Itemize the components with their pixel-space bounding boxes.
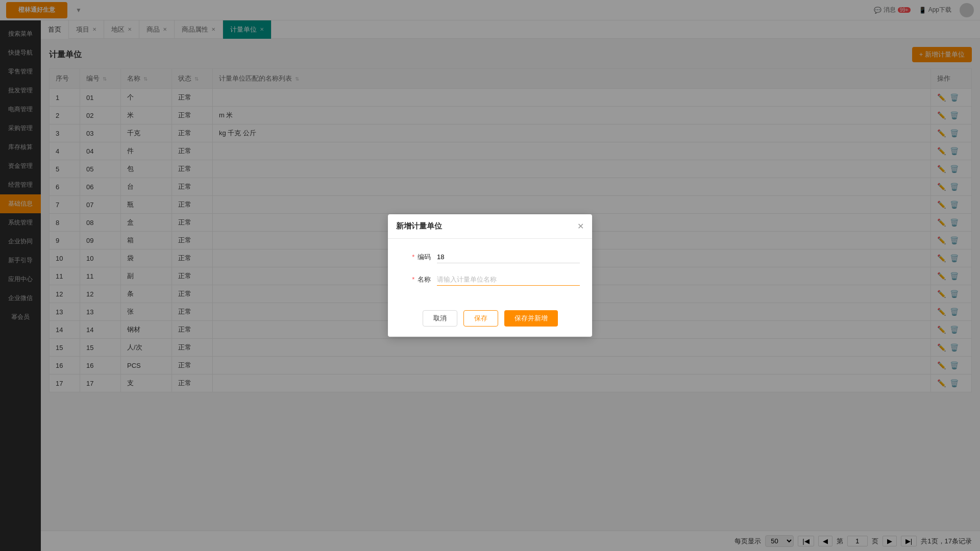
modal-overlay[interactable]: 新增计量单位 ✕ * 编码 * 名称 取消 保存 保存并新增 — [0, 0, 980, 551]
name-label: * 名称 — [400, 275, 431, 284]
code-label: * 编码 — [400, 253, 431, 262]
modal-dialog: 新增计量单位 ✕ * 编码 * 名称 取消 保存 保存并新增 — [388, 214, 592, 337]
name-input[interactable] — [437, 273, 580, 286]
cancel-button[interactable]: 取消 — [423, 310, 457, 327]
code-form-row: * 编码 — [400, 251, 580, 263]
code-input[interactable] — [437, 251, 580, 263]
modal-title: 新增计量单位 — [396, 221, 442, 231]
name-form-row: * 名称 — [400, 273, 580, 286]
save-button[interactable]: 保存 — [463, 310, 498, 327]
modal-close-button[interactable]: ✕ — [577, 221, 584, 231]
save-and-new-button[interactable]: 保存并新增 — [504, 310, 558, 327]
modal-header: 新增计量单位 ✕ — [388, 214, 592, 239]
modal-body: * 编码 * 名称 — [388, 239, 592, 304]
modal-footer: 取消 保存 保存并新增 — [388, 304, 592, 337]
